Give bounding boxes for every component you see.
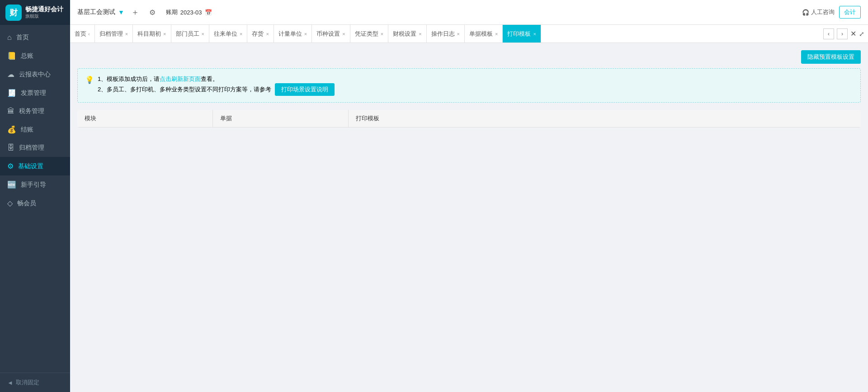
reports-icon: ☁ xyxy=(7,70,14,79)
tab-supplier-label: 往来单位 xyxy=(214,30,237,38)
logo-sub: 旗舰版 xyxy=(25,13,63,19)
sidebar-item-reports[interactable]: ☁ 云报表中心 xyxy=(0,65,70,84)
tab-subject-init-label: 科目期初 xyxy=(137,30,161,38)
sidebar-item-member-label: 畅会员 xyxy=(17,199,36,208)
sidebar-item-member[interactable]: ◇ 畅会员 xyxy=(0,194,70,213)
sidebar-item-ledger[interactable]: 📒 总账 xyxy=(0,47,70,65)
sidebar-item-settings-label: 基础设置 xyxy=(18,162,43,170)
notice-line1-suffix: 查看。 xyxy=(201,76,218,82)
tab-home-label: 首页 xyxy=(75,30,86,38)
tab-op-log-close-icon[interactable]: × xyxy=(457,31,460,37)
tab-dept-staff-close-icon[interactable]: × xyxy=(202,31,204,37)
bulb-icon: 💡 xyxy=(85,76,94,84)
tab-single-form-label: 单据模板 xyxy=(469,30,493,38)
notice-row: 💡 1、模板添加成功后，请点击刷新新页面查看。 2、多员工、多打印机、多种业务类… xyxy=(85,75,853,96)
sidebar-item-settlement-label: 结账 xyxy=(21,126,33,134)
tab-tax-settings[interactable]: 财税设置 × xyxy=(388,25,426,43)
tax-icon: 🏛 xyxy=(7,107,14,115)
tab-dept-staff[interactable]: 部门员工 × xyxy=(171,25,209,43)
tab-unit[interactable]: 计量单位 × xyxy=(274,25,312,43)
sidebar-item-guide[interactable]: 🆕 新手引导 xyxy=(0,175,70,194)
period-label: 账期 xyxy=(166,8,178,16)
tab-subject-init[interactable]: 科目期初 × xyxy=(133,25,171,43)
tab-tax-settings-close-icon[interactable]: × xyxy=(419,31,421,37)
tab-tax-settings-label: 财税设置 xyxy=(393,30,416,38)
cancel-pin-btn[interactable]: ◄ 取消固定 xyxy=(0,373,70,392)
user-role-button[interactable]: 会计 xyxy=(839,6,861,19)
sidebar-item-invoice[interactable]: 🧾 发票管理 xyxy=(0,84,70,102)
notice-line1-prefix: 1、模板添加成功后，请 xyxy=(98,76,160,82)
notice-box: 💡 1、模板添加成功后，请点击刷新新页面查看。 2、多员工、多打印机、多种业务类… xyxy=(77,68,861,103)
tab-subject-init-close-icon[interactable]: × xyxy=(163,31,166,37)
company-name: 基层工会测试 xyxy=(77,8,115,16)
tab-currency-label: 币种设置 xyxy=(316,30,340,38)
sidebar-item-settlement[interactable]: 💰 结账 xyxy=(0,120,70,139)
archive-icon: 🗄 xyxy=(7,144,14,152)
sidebar-item-tax[interactable]: 🏛 税务管理 xyxy=(0,102,70,120)
tab-print-template-label: 打印模板 xyxy=(507,30,531,38)
hide-preview-button[interactable]: 隐藏预置模板设置 xyxy=(801,50,861,64)
tab-archive-mgmt-label: 归档管理 xyxy=(99,30,123,38)
notice-line2: 2、多员工、多打印机、多种业务类型设置不同打印方案等，请参考 打印场景设置说明 xyxy=(98,83,335,96)
col-voucher: 单据 xyxy=(213,110,349,127)
sidebar-item-archive[interactable]: 🗄 归档管理 xyxy=(0,139,70,157)
settlement-icon: 💰 xyxy=(7,125,16,134)
tab-home[interactable]: 首页 ‹ xyxy=(70,25,95,43)
company-dropdown-icon: ▼ xyxy=(118,9,124,16)
tab-supplier[interactable]: 往来单位 × xyxy=(209,25,247,43)
ledger-icon: 📒 xyxy=(7,52,16,60)
tab-dept-staff-label: 部门员工 xyxy=(176,30,199,38)
notice-refresh-link[interactable]: 点击刷新新页面 xyxy=(160,76,201,82)
notice-line1: 1、模板添加成功后，请点击刷新新页面查看。 xyxy=(98,75,335,83)
tabbar: 首页 ‹ 归档管理 × 科目期初 × 部门员工 × 往来单位 × 存货 × 计量… xyxy=(70,25,868,43)
data-table: 模块 单据 打印模板 xyxy=(77,110,861,128)
sidebar-item-reports-label: 云报表中心 xyxy=(19,71,51,79)
tab-print-template-close-icon[interactable]: × xyxy=(533,31,536,37)
sidebar-item-archive-label: 归档管理 xyxy=(19,144,44,152)
sidebar-item-settings[interactable]: ⚙ 基础设置 xyxy=(0,157,70,175)
service-btn[interactable]: 🎧 人工咨询 xyxy=(802,8,835,16)
tab-archive-mgmt-close-icon[interactable]: × xyxy=(125,31,128,37)
tab-expand-button[interactable]: ⤢ xyxy=(859,30,864,38)
tab-prev-button[interactable]: ‹ xyxy=(823,28,834,39)
topbar-settings-button[interactable]: ⚙ xyxy=(146,6,159,19)
period-display: 账期 2023-03 📅 xyxy=(166,8,212,16)
invoice-icon: 🧾 xyxy=(7,89,16,97)
col-print-template: 打印模板 xyxy=(349,110,861,127)
company-selector[interactable]: 基层工会测试 ▼ xyxy=(77,8,124,16)
add-tab-button[interactable]: ＋ xyxy=(129,6,142,19)
tab-inventory[interactable]: 存货 × xyxy=(247,25,274,43)
tab-single-form-close-icon[interactable]: × xyxy=(495,31,498,37)
service-label: 人工咨询 xyxy=(811,8,835,16)
sidebar-item-home[interactable]: ⌂ 首页 xyxy=(0,28,70,47)
tab-inventory-label: 存货 xyxy=(252,30,264,38)
tab-op-log-label: 操作日志 xyxy=(431,30,455,38)
tab-voucher-type[interactable]: 凭证类型 × xyxy=(350,25,388,43)
sidebar: 财 畅捷通好会计 旗舰版 ⌂ 首页 📒 总账 ☁ 云报表中心 🧾 发票管理 🏛 … xyxy=(0,0,70,392)
headset-icon: 🎧 xyxy=(802,9,809,16)
table-header: 模块 单据 打印模板 xyxy=(77,110,861,128)
tab-voucher-type-close-icon[interactable]: × xyxy=(381,31,383,37)
tab-unit-close-icon[interactable]: × xyxy=(304,31,307,37)
logo-area: 财 畅捷通好会计 旗舰版 xyxy=(0,0,70,25)
tab-next-button[interactable]: › xyxy=(837,28,848,39)
member-icon: ◇ xyxy=(7,199,13,208)
cancel-pin-label: 取消固定 xyxy=(16,378,39,387)
tab-unit-label: 计量单位 xyxy=(278,30,302,38)
tab-print-template[interactable]: 打印模板 × xyxy=(503,25,541,43)
tab-currency[interactable]: 币种设置 × xyxy=(312,25,350,43)
logo-title: 畅捷通好会计 xyxy=(25,5,63,13)
print-scene-btn[interactable]: 打印场景设置说明 xyxy=(275,83,335,96)
tab-home-arrow-icon: ‹ xyxy=(88,31,90,37)
tab-op-log[interactable]: 操作日志 × xyxy=(427,25,465,43)
tab-close-all-button[interactable]: ✕ xyxy=(850,29,856,38)
tab-single-form[interactable]: 单据模板 × xyxy=(465,25,503,43)
period-value: 2023-03 xyxy=(180,9,202,16)
tab-supplier-close-icon[interactable]: × xyxy=(240,31,242,37)
tab-inventory-close-icon[interactable]: × xyxy=(266,31,269,37)
calendar-icon[interactable]: 📅 xyxy=(205,9,212,16)
tab-currency-close-icon[interactable]: × xyxy=(342,31,345,37)
hide-preview-area: 隐藏预置模板设置 xyxy=(77,50,861,64)
settings-icon: ⚙ xyxy=(7,162,14,170)
tab-archive-mgmt[interactable]: 归档管理 × xyxy=(95,25,133,43)
